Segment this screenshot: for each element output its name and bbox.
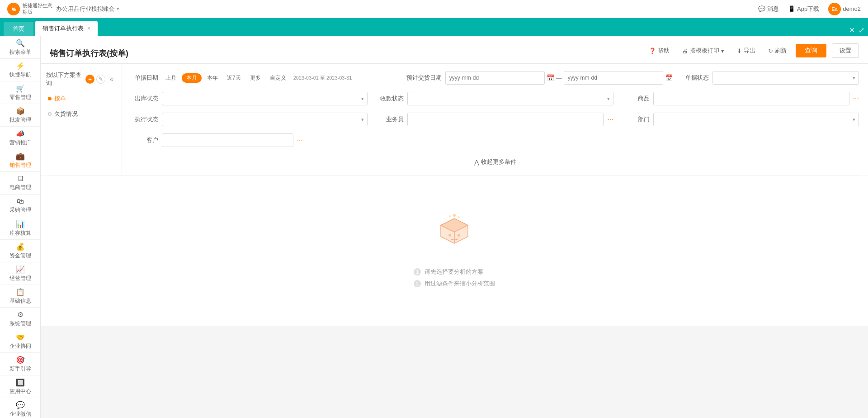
- sidebar-item-purchase[interactable]: 🛍 采购管理: [0, 195, 40, 217]
- message-icon: 💬: [758, 5, 765, 12]
- marketing-icon: 📣: [16, 129, 25, 138]
- sidebar-item-basic[interactable]: 📋 基础信息: [0, 285, 40, 308]
- sidebar-item-finance[interactable]: 💰 资金管理: [0, 240, 40, 262]
- expected-date-end[interactable]: [564, 71, 663, 85]
- finance-icon: 💰: [16, 242, 25, 251]
- expected-date-start[interactable]: [445, 71, 545, 85]
- tab-active[interactable]: 销售订单执行表 ×: [35, 21, 98, 36]
- plan-item-order[interactable]: 按单: [41, 91, 122, 106]
- edit-plan-button[interactable]: ✎: [96, 75, 105, 84]
- refresh-icon: ↻: [768, 48, 773, 54]
- dept-select[interactable]: [653, 113, 859, 126]
- sidebar-item-guide[interactable]: 🎯 新手引导: [0, 353, 40, 375]
- exec-status-label: 执行状态: [131, 115, 158, 124]
- operations-icon: 📈: [16, 265, 25, 274]
- sidebar-item-operations[interactable]: 📈 经营管理: [0, 262, 40, 285]
- receipt-status-select[interactable]: [407, 92, 613, 105]
- salesman-ellipsis-button[interactable]: ···: [607, 115, 613, 124]
- settings-button[interactable]: 设置: [832, 43, 859, 58]
- salesman-input[interactable]: [407, 113, 604, 126]
- empty-illustration: [432, 212, 477, 257]
- print-dropdown-icon: ▾: [721, 48, 724, 54]
- user-menu[interactable]: Ea demo2: [828, 3, 861, 15]
- tab-close-window-icon[interactable]: ✕: [849, 26, 855, 34]
- filter-dept: 部门 ▾: [623, 113, 859, 126]
- nav-chevron-icon: ▾: [117, 6, 119, 12]
- dept-label: 部门: [623, 115, 650, 124]
- filter-left: 按以下方案查询 + ✎ « 按单 欠货情况: [41, 64, 122, 175]
- out-status-label: 出库状态: [131, 95, 158, 103]
- period-custom[interactable]: 自定义: [266, 73, 290, 83]
- exec-status-select[interactable]: [162, 113, 368, 126]
- plan-item-backorder[interactable]: 欠货情况: [41, 106, 122, 122]
- collapse-up-icon: ⋀: [474, 159, 479, 166]
- sidebar-item-search[interactable]: 🔍 搜索菜单: [0, 36, 40, 59]
- print-button[interactable]: 🖨 按模板打印 ▾: [679, 45, 728, 57]
- svg-text:畅: 畅: [12, 7, 16, 12]
- sidebar-item-wholesale[interactable]: 📦 批发管理: [0, 104, 40, 127]
- sidebar-item-marketing[interactable]: 📣 营销推广: [0, 127, 40, 149]
- period-more[interactable]: 更多: [246, 73, 264, 83]
- filter-right: 单据日期 上月 本月 本年 近7天 更多 自定义 2023-03-01 至 20…: [122, 64, 868, 175]
- sidebar-item-shortcuts[interactable]: ⚡ 快捷导航: [0, 59, 40, 81]
- out-status-select-wrap: ▾: [162, 92, 368, 105]
- help-icon: ❓: [649, 48, 656, 54]
- page-title: 销售订单执行表(按单): [50, 48, 128, 59]
- tab-home[interactable]: 首页: [4, 22, 33, 36]
- date-separator: —: [556, 75, 562, 81]
- query-button[interactable]: 查询: [796, 44, 826, 57]
- main-content: 销售订单执行表(按单) ❓ 帮助 🖨 按模板打印 ▾ ⬇ 导出 ↻ 刷新 查询 …: [41, 36, 868, 418]
- app-download-button[interactable]: 📱 App下载: [788, 5, 819, 13]
- filter-date: 单据日期 上月 本月 本年 近7天 更多 自定义 2023-03-01 至 20…: [131, 73, 397, 83]
- order-status-select[interactable]: [712, 71, 859, 85]
- empty-tips: 1 请先选择要分析的方案 2 用过滤条件来缩小分析范围: [414, 266, 495, 290]
- customer-ellipsis-button[interactable]: ···: [297, 136, 303, 144]
- period-last-month[interactable]: 上月: [162, 73, 180, 83]
- customer-input[interactable]: [162, 133, 293, 147]
- sidebar-item-retail[interactable]: 🛒 零售管理: [0, 81, 40, 104]
- add-plan-button[interactable]: +: [85, 75, 94, 84]
- date-range-text: 2023-03-01 至 2023-03-31: [293, 75, 352, 81]
- nav-title[interactable]: 办公用品行业模拟账套 ▾: [52, 5, 758, 13]
- collapse-more-button[interactable]: ⋀ 收起更多条件: [131, 154, 859, 168]
- top-header: 畅 畅捷通好生意 标版 办公用品行业模拟账套 ▾ 💬 消息 📱 App下载 Ea…: [0, 0, 868, 18]
- calendar-end-icon[interactable]: 📅: [665, 74, 673, 81]
- goods-input[interactable]: [653, 92, 849, 105]
- apps-icon: 🔲: [16, 378, 25, 387]
- filter-goods: 商品 ···: [623, 92, 859, 105]
- period-7days[interactable]: 近7天: [223, 73, 245, 83]
- svg-point-9: [458, 234, 460, 237]
- weixin-icon: 💬: [16, 401, 25, 409]
- out-status-select[interactable]: [162, 92, 368, 105]
- export-icon: ⬇: [737, 48, 742, 54]
- sidebar-item-ecommerce[interactable]: 🖥 电商管理: [0, 172, 40, 195]
- period-this-year[interactable]: 本年: [203, 73, 222, 83]
- period-this-month[interactable]: 本月: [182, 73, 202, 83]
- filter-exec-status: 执行状态 ▾: [131, 113, 368, 126]
- sales-icon: 💼: [16, 152, 25, 161]
- calendar-start-icon[interactable]: 📅: [547, 74, 554, 81]
- tip-item-2: 2 用过滤条件来缩小分析范围: [414, 278, 495, 290]
- goods-ellipsis-button[interactable]: ···: [853, 95, 859, 103]
- sidebar-item-weixin[interactable]: 💬 企业微信: [0, 398, 40, 418]
- avatar: Ea: [828, 3, 841, 15]
- refresh-button[interactable]: ↻ 刷新: [764, 45, 790, 57]
- sidebar-item-inventory[interactable]: 📊 库存核算: [0, 217, 40, 240]
- receipt-status-select-wrap: ▾: [407, 92, 613, 105]
- sidebar-item-apps[interactable]: 🔲 应用中心: [0, 375, 40, 398]
- sidebar-item-sales[interactable]: 💼 销售管理: [0, 149, 40, 172]
- message-button[interactable]: 💬 消息: [758, 5, 779, 13]
- receipt-status-label: 收款状态: [377, 95, 404, 103]
- export-button[interactable]: ⬇ 导出: [733, 45, 759, 57]
- tab-close-icon[interactable]: ×: [87, 25, 90, 32]
- purchase-icon: 🛍: [17, 197, 24, 205]
- page-header: 销售订单执行表(按单) ❓ 帮助 🖨 按模板打印 ▾ ⬇ 导出 ↻ 刷新 查询 …: [41, 36, 868, 64]
- collapse-left-button[interactable]: «: [107, 75, 116, 84]
- logo-text: 畅捷通好生意 标版: [23, 3, 52, 14]
- sidebar-item-collab[interactable]: 🤝 企业协同: [0, 330, 40, 353]
- tab-maximize-icon[interactable]: ⤢: [859, 26, 864, 34]
- help-button[interactable]: ❓ 帮助: [645, 45, 673, 57]
- download-icon: 📱: [788, 5, 795, 12]
- sidebar-item-system[interactable]: ⚙ 系统管理: [0, 308, 40, 330]
- svg-point-6: [458, 216, 460, 218]
